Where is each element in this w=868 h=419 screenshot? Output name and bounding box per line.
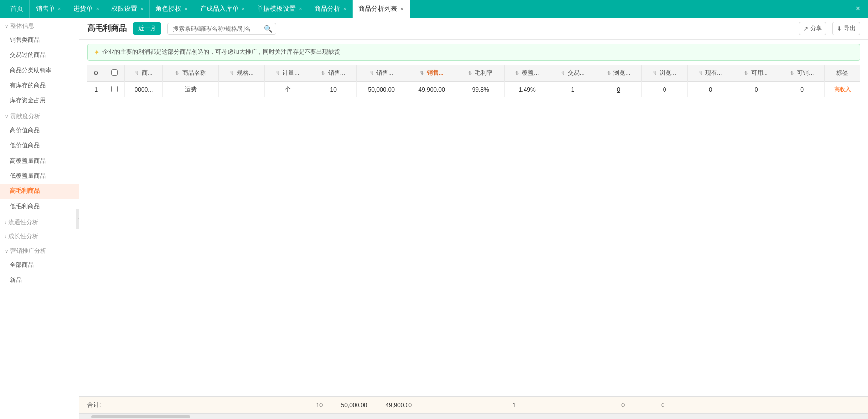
footer-label: 合计: xyxy=(87,401,112,409)
sidebar-item-sales-goods[interactable]: 销售类商品 xyxy=(0,32,79,47)
sidebar-item-low-gross[interactable]: 低毛利商品 xyxy=(0,199,79,214)
sidebar-group-liquidity[interactable]: › 流通性分析 xyxy=(0,214,79,229)
sidebar-item-category-assist[interactable]: 商品分类助销率 xyxy=(0,63,79,78)
nav-tab-role[interactable]: 角色授权 × xyxy=(150,0,194,18)
setting-icon[interactable]: ⚙ xyxy=(93,70,99,77)
cell-transaction: 1 xyxy=(550,82,596,97)
cell-name: 运费 xyxy=(162,82,219,97)
row-checkbox[interactable] xyxy=(111,86,118,92)
th-name[interactable]: ⇅ 商品名称 xyxy=(162,65,219,82)
cell-tag: 高收入 xyxy=(825,82,860,97)
close-sales-tab[interactable]: × xyxy=(58,6,61,12)
th-coverage[interactable]: ⇅ 覆盖... xyxy=(504,65,550,82)
close-purchase-tab[interactable]: × xyxy=(96,6,99,12)
th-browse2[interactable]: ⇅ 浏览... xyxy=(642,65,688,82)
close-template-tab[interactable]: × xyxy=(299,6,302,12)
th-spec[interactable]: ⇅ 规格... xyxy=(219,65,265,82)
cell-available: 0 xyxy=(733,82,779,97)
th-sales1[interactable]: ⇅ 销售... xyxy=(310,65,357,82)
sidebar-item-low-value[interactable]: 低价值商品 xyxy=(0,138,79,153)
nav-tab-purchase[interactable]: 进货单 × xyxy=(67,0,105,18)
table-wrapper[interactable]: ⚙ ⇅ 商... ⇅ 商品名称 xyxy=(87,65,860,396)
select-all-checkbox[interactable] xyxy=(111,69,118,76)
sort-icon-avail: ⇅ xyxy=(744,71,748,76)
footer-sales2: 50,000.00 xyxy=(326,402,370,409)
sidebar-item-new-goods[interactable]: 新品 xyxy=(0,273,79,288)
nav-tab-home[interactable]: 首页 xyxy=(4,0,30,18)
sidebar-collapse-btn[interactable]: « xyxy=(76,209,79,229)
sidebar-group-marketing[interactable]: ∨ 营销推广分析 xyxy=(0,243,79,257)
sort-icon-gr: ⇅ xyxy=(468,71,472,76)
page-title: 高毛利商品 xyxy=(87,23,127,34)
sidebar-item-low-coverage[interactable]: 低覆盖量商品 xyxy=(0,168,79,184)
sort-icon-s3: ⇅ xyxy=(420,71,424,76)
th-sales3[interactable]: ⇅ 销售... xyxy=(407,65,457,82)
nav-tab-permission[interactable]: 权限设置 × xyxy=(105,0,150,18)
th-browse1[interactable]: ⇅ 浏览... xyxy=(596,65,642,82)
close-analysis-list-tab[interactable]: × xyxy=(400,6,403,12)
cell-browse1[interactable]: 0 xyxy=(596,82,642,97)
filter-recent-month-btn[interactable]: 近一月 xyxy=(133,22,161,35)
th-available[interactable]: ⇅ 可用... xyxy=(733,65,779,82)
sidebar-item-stocked-goods[interactable]: 有库存的商品 xyxy=(0,78,79,93)
table-row: 1 0000... 运费 xyxy=(87,82,860,97)
sidebar-item-traded-goods[interactable]: 交易过的商品 xyxy=(0,47,79,63)
cell-sales2: 50,000.00 xyxy=(356,82,407,97)
header-actions: ↗ 分享 ⬇ 导出 xyxy=(799,22,860,35)
th-index: ⚙ xyxy=(87,65,105,82)
share-icon: ↗ xyxy=(803,25,808,32)
footer-sales1: 10 xyxy=(291,402,326,409)
sort-icon: ⇅ xyxy=(135,71,139,76)
sidebar-group-contribution[interactable]: ∨ 贡献度分析 xyxy=(0,108,79,123)
nav-tab-sales[interactable]: 销售单 × xyxy=(30,0,67,18)
share-btn[interactable]: ↗ 分享 xyxy=(799,22,826,35)
nav-tab-product-warehouse[interactable]: 产成品入库单 × xyxy=(194,0,251,18)
th-sales2[interactable]: ⇅ 销售... xyxy=(356,65,407,82)
sidebar-item-all-goods[interactable]: 全部商品 xyxy=(0,257,79,273)
th-transaction[interactable]: ⇅ 交易... xyxy=(550,65,596,82)
close-role-tab[interactable]: × xyxy=(184,6,187,12)
window-close-btn[interactable]: × xyxy=(852,4,864,13)
nav-tab-analysis[interactable]: 商品分析 × xyxy=(308,0,353,18)
sidebar-item-stock-capital[interactable]: 库存资金占用 xyxy=(0,93,79,108)
th-checkbox xyxy=(105,65,125,82)
overall-arrow-icon: ∨ xyxy=(5,23,8,29)
sort-icon-tr: ⇅ xyxy=(561,71,565,76)
scrollbar-thumb[interactable] xyxy=(91,415,190,418)
info-banner: ✦ 企业的主要的利润都是这部分商品创造的，可考虑加大推广，同时关注库存是不要出现… xyxy=(87,44,860,61)
top-nav-bar: 首页 销售单 × 进货单 × 权限设置 × 角色授权 × 产成品入库单 × 单据… xyxy=(0,0,868,18)
sidebar-item-high-coverage[interactable]: 高覆盖量商品 xyxy=(0,153,79,169)
tip-icon: ✦ xyxy=(94,48,100,56)
nav-tab-analysis-list[interactable]: 商品分析列表 × xyxy=(353,0,409,18)
content-header: 高毛利商品 近一月 🔍 ↗ 分享 ⬇ 导出 xyxy=(79,18,868,40)
cell-current: 0 xyxy=(687,82,733,97)
cell-sales1: 10 xyxy=(310,82,357,97)
nav-tab-template[interactable]: 单据模板设置 × xyxy=(251,0,308,18)
footer-total-row: 10 50,000.00 49,900.00 1 0 0 xyxy=(116,402,860,409)
footer-sales3: 49,900.00 xyxy=(370,402,415,409)
search-input[interactable] xyxy=(167,23,276,35)
sidebar: « ∨ 整体信息 销售类商品 交易过的商品 商品分类助销率 有库存的商品 库存资… xyxy=(0,18,79,419)
data-table: ⚙ ⇅ 商... ⇅ 商品名称 xyxy=(87,65,860,97)
close-analysis-tab[interactable]: × xyxy=(343,6,346,12)
sort-icon-sell: ⇅ xyxy=(790,71,794,76)
cell-sellable: 0 xyxy=(779,82,825,97)
marketing-arrow-icon: ∨ xyxy=(5,248,8,254)
sidebar-item-high-value[interactable]: 高价值商品 xyxy=(0,123,79,138)
close-permission-tab[interactable]: × xyxy=(140,6,143,12)
bottom-scrollbar[interactable] xyxy=(79,413,868,419)
sidebar-group-overall[interactable]: ∨ 整体信息 xyxy=(0,18,79,32)
search-icon[interactable]: 🔍 xyxy=(264,25,272,33)
th-gross-rate[interactable]: ⇅ 毛利率 xyxy=(457,65,505,82)
th-sellable[interactable]: ⇅ 可销... xyxy=(779,65,825,82)
th-current[interactable]: ⇅ 现有... xyxy=(687,65,733,82)
export-btn[interactable]: ⬇ 导出 xyxy=(832,22,860,35)
sort-icon-name: ⇅ xyxy=(175,71,179,76)
sidebar-item-high-gross[interactable]: 高毛利商品 xyxy=(0,184,79,199)
sidebar-group-growth[interactable]: › 成长性分析 xyxy=(0,229,79,243)
th-tag: 标签 xyxy=(825,65,860,82)
cell-spec xyxy=(219,82,265,97)
close-product-warehouse-tab[interactable]: × xyxy=(242,6,245,12)
th-code[interactable]: ⇅ 商... xyxy=(125,65,162,82)
th-unit[interactable]: ⇅ 计量... xyxy=(264,65,310,82)
